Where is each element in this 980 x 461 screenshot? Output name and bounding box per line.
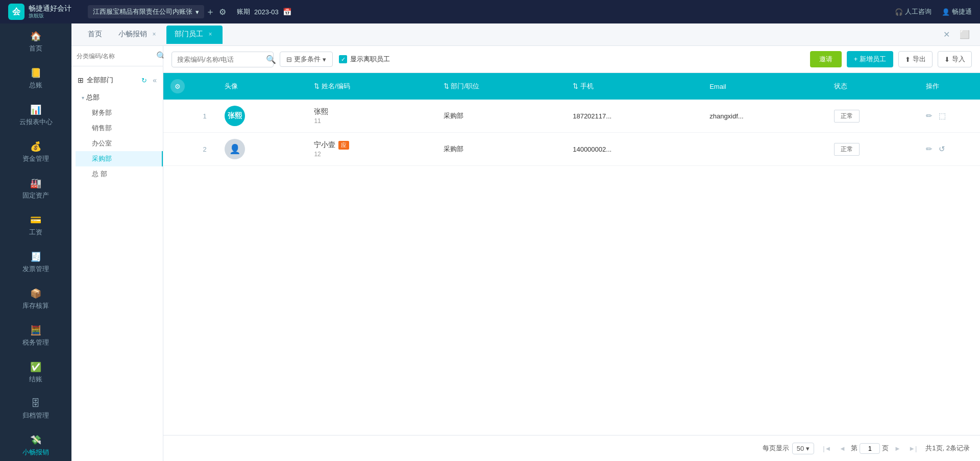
sidebar-item-expense[interactable]: 💸 小畅报销 [0, 427, 71, 461]
more-filter-button[interactable]: ⊟ 更多条件 ▾ [280, 52, 333, 67]
row2-name-cell: 宁小壹 应 12 [307, 133, 436, 166]
tab-employees-close[interactable]: × [206, 30, 214, 38]
table-settings-button[interactable]: ⚙ [170, 79, 185, 93]
dept-child-general[interactable]: 总 部 [76, 166, 163, 182]
row1-actions-cell: ✏ ⬚ [919, 100, 980, 133]
dept-child-finance[interactable]: 财务部 [76, 105, 163, 120]
table-header-row: ⚙ 头像 ⇅ 姓名/编码 [163, 73, 980, 100]
dept-child-office[interactable]: 办公室 [76, 136, 163, 151]
show-resign-checkbox[interactable]: ✓ 显示离职员工 [339, 55, 390, 64]
company-name: 江西服宝精品有限责任公司内账张 [93, 7, 192, 16]
sidebar-item-cloud[interactable]: 📊 云报表中心 [0, 97, 71, 134]
sidebar-item-home[interactable]: 🏠 首页 [0, 23, 71, 60]
dept-sales-label: 销售部 [92, 124, 112, 132]
export-button[interactable]: ⬆ 导出 [898, 51, 933, 67]
dept-office-label: 办公室 [92, 139, 112, 147]
row1-logout-icon[interactable]: ⬚ [939, 111, 946, 120]
window-close-button[interactable]: ✕ [939, 28, 953, 42]
sidebar-item-salary[interactable]: 💳 工资 [0, 207, 71, 244]
dept-tree: ⊞ 全部部门 ↻ « ▾ 总部 财务部 [71, 66, 163, 461]
sidebar-item-assets[interactable]: 🏭 固定资产 [0, 171, 71, 207]
sidebar-salary-label: 工资 [29, 228, 42, 237]
inventory-icon: 📦 [30, 288, 41, 299]
table-name-col[interactable]: ⇅ 姓名/编码 [307, 73, 436, 100]
period-value: 2023-03 [254, 8, 279, 16]
sidebar-item-inventory[interactable]: 📦 库存核算 [0, 281, 71, 318]
page-size-value: 50 [797, 445, 804, 452]
tab-expense-close[interactable]: × [150, 30, 158, 38]
sidebar-checkout-label: 结账 [29, 375, 42, 384]
table-dept-col[interactable]: ⇅ 部门/职位 [436, 73, 566, 100]
invoice-icon: 🧾 [30, 251, 41, 262]
tab-employees[interactable]: 部门员工 × [166, 26, 223, 44]
first-page-button[interactable]: |◄ [820, 442, 834, 455]
ai-consult-label: 人工咨询 [905, 7, 932, 16]
sidebar-item-tax[interactable]: 🧮 税务管理 [0, 318, 71, 354]
sidebar-item-checkout[interactable]: ✅ 结账 [0, 354, 71, 391]
archive-icon: 🗄 [31, 398, 40, 409]
table-mobile-col[interactable]: ⇅ 手机 [566, 73, 702, 100]
checkout-icon: ✅ [30, 361, 41, 373]
add-tab-button[interactable]: ＋ [204, 6, 216, 18]
per-page-label: 每页显示 [763, 444, 789, 453]
avatar-col-label: 头像 [225, 82, 238, 90]
home-icon: 🏠 [30, 31, 41, 42]
calendar-icon[interactable]: 📅 [283, 8, 291, 16]
dept-all-label: 全部部门 [87, 76, 135, 85]
dept-all-row[interactable]: ⊞ 全部部门 ↻ « [71, 70, 163, 90]
row2-dept: 采购部 [444, 145, 463, 153]
dept-finance-label: 财务部 [92, 109, 112, 116]
row1-avatar-cell: 张熙 [217, 100, 307, 133]
tab-home[interactable]: 首页 [80, 26, 110, 44]
row1-avatar: 张熙 [225, 106, 245, 126]
ai-consult-button[interactable]: 🎧 人工咨询 [895, 7, 932, 16]
sidebar-item-ledger[interactable]: 📒 总账 [0, 60, 71, 97]
user-profile-button[interactable]: 👤 畅捷通 [942, 7, 972, 16]
row1-mobile-cell: 187202117... [566, 100, 702, 133]
export-label: 导出 [913, 55, 926, 64]
dept-search-input[interactable] [77, 53, 153, 60]
employee-search-input[interactable] [177, 56, 263, 63]
table-status-col: 状态 [827, 73, 919, 100]
page-size-dropdown[interactable]: 50 ▾ [792, 443, 814, 454]
import-button[interactable]: ⬇ 导入 [938, 51, 972, 67]
row1-edit-icon[interactable]: ✏ [926, 111, 933, 120]
row2-delete-icon[interactable]: ↺ [939, 144, 945, 154]
dept-refresh-button[interactable]: ↻ [138, 75, 150, 86]
dept-child-sales[interactable]: 销售部 [76, 120, 163, 136]
next-page-button[interactable]: ► [891, 442, 904, 455]
row2-edit-icon[interactable]: ✏ [926, 144, 933, 154]
header-settings-button[interactable]: ⚙ [216, 6, 229, 18]
dept-sort-icon: ⇅ [444, 82, 449, 90]
sidebar-item-archive[interactable]: 🗄 归档管理 [0, 391, 71, 427]
dept-search-area: 🔍 [71, 46, 163, 66]
toolbar: 🔍 ⊟ 更多条件 ▾ ✓ 显示离职员工 邀请 [163, 46, 980, 73]
sidebar-item-invoice[interactable]: 🧾 发票管理 [0, 244, 71, 281]
dept-child-purchasing[interactable]: 采购部 [76, 151, 163, 166]
search-icon[interactable]: 🔍 [266, 55, 276, 64]
period-label: 账期 [237, 7, 250, 16]
dept-group-zongbu[interactable]: ▾ 总部 [76, 90, 163, 105]
row1-code: 11 [314, 117, 429, 125]
page-number-input[interactable] [860, 443, 880, 454]
tab-expense-label: 小畅报销 [118, 30, 147, 39]
sidebar-item-funds[interactable]: 💰 资金管理 [0, 134, 71, 171]
sidebar-assets-label: 固定资产 [22, 191, 49, 200]
row2-action-icons: ✏ ↺ [926, 144, 973, 154]
dept-general-label: 总 部 [92, 170, 107, 178]
tab-expense[interactable]: 小畅报销 × [110, 26, 166, 44]
row1-name-code: 张熙 11 [314, 107, 429, 125]
company-selector[interactable]: 江西服宝精品有限责任公司内账张 ▾ [88, 5, 204, 18]
period-section: 账期 2023-03 📅 [237, 7, 291, 16]
window-maximize-button[interactable]: ⬜ [958, 28, 972, 42]
dept-collapse-button[interactable]: « [153, 76, 157, 84]
add-employee-button[interactable]: + 新增员工 [847, 51, 893, 67]
name-col-label: 姓名/编码 [322, 82, 350, 90]
tab-bar: 首页 小畅报销 × 部门员工 × ✕ ⬜ [71, 23, 980, 46]
prev-page-button[interactable]: ◄ [836, 442, 849, 455]
last-page-button[interactable]: ►| [906, 442, 919, 455]
invite-button[interactable]: 邀请 [810, 51, 842, 67]
dept-col-label: 部门/职位 [451, 82, 479, 90]
tab-employees-label: 部门员工 [175, 30, 203, 39]
page-body: 🔍 ⊞ 全部部门 ↻ « ▾ 总部 [71, 46, 980, 461]
